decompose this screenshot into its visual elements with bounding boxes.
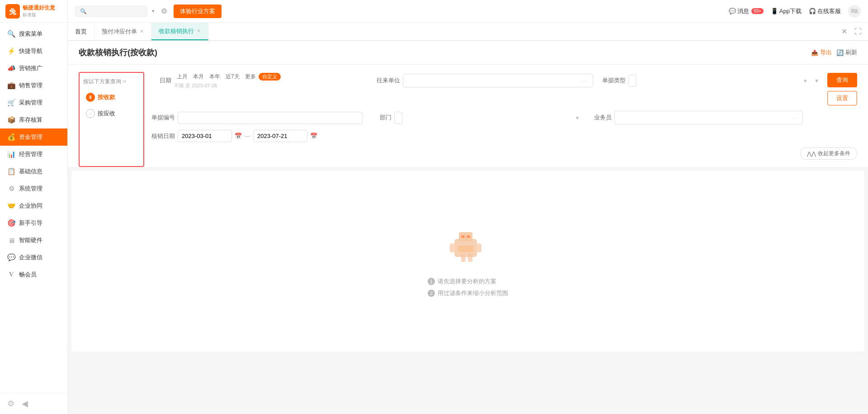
doc-type-dropdown-icon[interactable]: ▾ [815,77,818,84]
sidebar-label-quicknav: 快捷导航 [19,47,42,55]
tab-prepay[interactable]: 预付冲应付单 ✕ [94,23,151,40]
dept-select[interactable] [394,112,402,124]
sidebar-item-operation[interactable]: 📊 经营管理 [0,146,67,163]
filter-sidebar-title-text: 按以下方案查询 [83,78,121,85]
logo-icon: 兔 [5,4,20,19]
dept-label: 部门 [372,114,392,122]
export-label: 导出 [820,48,832,57]
sidebar-item-wechat[interactable]: 💬 企业微信 [0,249,67,266]
user-avatar[interactable]: Rit [848,5,861,18]
verify-date-start-input[interactable] [178,130,232,142]
filter-option-receipt-label: 按收款 [98,93,115,101]
app-logo: 兔 畅捷通好生意 标准版 [0,0,67,23]
date-btn-last-month[interactable]: 上月 [174,72,190,81]
tab-prepay-label: 预付冲应付单 [102,28,137,36]
sidebar-label-collab: 企业协同 [19,202,42,210]
operation-icon: 📊 [7,150,15,158]
tab-verify[interactable]: 收款核销执行 ✕ [151,23,208,40]
topbar-chevron-icon[interactable]: ▾ [152,8,155,14]
online-service-btn[interactable]: 🎧 在线客服 [809,7,841,15]
tab-home-label: 首页 [75,28,87,36]
query-settings-col: 查询 设置 [827,73,857,105]
sidebar-label-operation: 经营管理 [19,150,42,158]
app-download-btn[interactable]: 📱 App下载 [771,7,802,15]
verify-date-sep: — [245,133,250,139]
topbar-search-icon: 🔍 [80,8,87,14]
query-button[interactable]: 查询 [827,73,857,87]
collapse-more-label: 收起更多条件 [818,150,850,157]
dept-field: 部门 [372,111,583,124]
inventory-icon: 📦 [7,116,15,124]
doc-no-label: 单据编号 [151,114,175,122]
wechat-icon: 💬 [7,253,15,262]
date-label: 日期 [151,76,171,85]
filter-option-by-receivable[interactable]: ○ 按应收 [83,105,140,122]
topbar-search-box[interactable]: 🔍 [75,6,147,17]
sidebar-item-finance[interactable]: 💰 资金管理 [0,128,67,146]
doc-type-select[interactable] [628,75,637,87]
filter-collapse-icon[interactable]: » [123,77,126,85]
partner-input[interactable]: ··· [403,74,593,87]
tab-verify-close[interactable]: ✕ [197,28,201,34]
tab-prepay-close[interactable]: ✕ [140,29,144,34]
system-icon: ⚙ [7,185,15,193]
date-no-limit-text: 不限 至 2023-07-26 [174,82,368,89]
sidebar-item-marketing[interactable]: 📣 营销推广 [0,60,67,77]
message-button[interactable]: 💬 消息 99+ [729,7,764,15]
sidebar-bottom: ⚙ ◀ [0,393,67,414]
verify-date-end-input[interactable] [253,130,307,142]
sidebar-item-search[interactable]: 🔍 搜索菜单 [0,25,67,43]
sidebar-item-quicknav[interactable]: ⚡ 快捷导航 [0,43,67,60]
sidebar: 兔 畅捷通好生意 标准版 🔍 搜索菜单 ⚡ 快捷导航 📣 营销推广 💼 销售管理… [0,0,68,414]
date-btn-this-year[interactable]: 本年 [207,72,223,81]
filter-option-by-receipt[interactable]: ¥ 按收款 [83,89,140,105]
verify-date-label: 核销日期 [151,132,175,140]
data-area: 请先选择要分析的方案 用过滤条件来缩小分析范围 [71,171,864,352]
sidebar-item-guide[interactable]: 🎯 新手引导 [0,214,67,232]
page-header-actions: 📤 导出 🔄 刷新 [811,48,857,63]
sidebar-label-sales: 销售管理 [19,81,42,90]
verify-date-cal-end[interactable]: 📅 [310,133,317,139]
search-icon: 🔍 [7,30,15,38]
verify-date-cal-start[interactable]: 📅 [235,133,242,139]
date-quick-row: 上月 本月 本年 近7天 更多 自定义 [174,72,368,81]
staff-input[interactable]: ··· [614,111,803,124]
sidebar-item-sales[interactable]: 💼 销售管理 [0,77,67,94]
sidebar-label-wechat: 企业微信 [19,253,42,262]
sidebar-item-purchase[interactable]: 🛒 采购管理 [0,94,67,111]
sidebar-item-collab[interactable]: 🤝 企业协同 [0,197,67,214]
doc-no-input[interactable] [178,112,363,124]
expand-button[interactable]: ⛶ [852,27,864,37]
topbar-gear-icon[interactable]: ⚙ [161,7,167,15]
settings-button[interactable]: 设置 [827,91,857,105]
solution-button[interactable]: 体验行业方案 [174,5,222,18]
date-btn-7days[interactable]: 近7天 [223,72,242,81]
export-button[interactable]: 📤 导出 [811,48,832,57]
date-field: 日期 上月 本月 本年 近7天 更多 自定义 不限 至 [151,72,368,89]
settings-bottom-icon[interactable]: ⚙ [7,399,14,409]
verify-date-row: 核销日期 📅 — 📅 [151,130,857,142]
tab-verify-label: 收款核销执行 [159,27,194,35]
message-badge: 99+ [751,8,764,14]
sidebar-item-basic[interactable]: 📋 基础信息 [0,163,67,180]
sidebar-label-hardware: 智能硬件 [19,236,42,244]
sidebar-label-search: 搜索菜单 [19,30,42,38]
refresh-label: 刷新 [845,48,857,57]
sidebar-item-member[interactable]: V 畅会员 [0,266,67,283]
export-icon: 📤 [811,49,818,56]
refresh-button[interactable]: 🔄 刷新 [836,48,857,57]
sidebar-item-hardware[interactable]: 🖥 智能硬件 [0,232,67,249]
close-all-tabs-button[interactable]: ✕ [839,26,850,37]
sidebar-item-system[interactable]: ⚙ 系统管理 [0,180,67,197]
tab-home[interactable]: 首页 [68,23,94,40]
collapse-sidebar-icon[interactable]: ◀ [22,399,28,409]
date-btn-more[interactable]: 更多 [242,72,259,81]
date-btn-custom[interactable]: 自定义 [259,73,281,81]
date-btn-this-month[interactable]: 本月 [190,72,207,81]
sidebar-label-purchase: 采购管理 [19,99,42,107]
sidebar-item-inventory[interactable]: 📦 库存核算 [0,111,67,128]
guide-icon: 🎯 [7,219,15,227]
collapse-more-button[interactable]: ⋀⋀ 收起更多条件 [800,148,857,160]
page-content: 收款核销执行(按收款) 📤 导出 🔄 刷新 按以下方案查询 » [68,41,868,414]
sidebar-label-finance: 资金管理 [19,133,42,141]
